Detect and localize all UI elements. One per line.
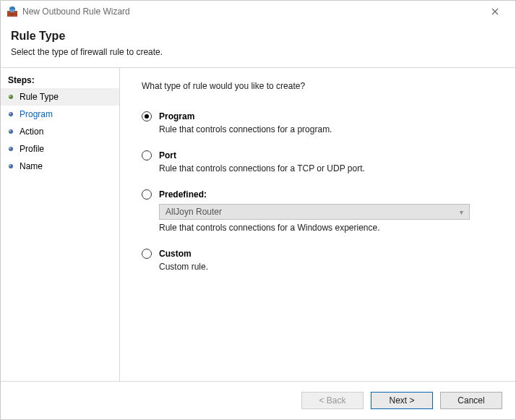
option-label: Program (159, 111, 194, 121)
svg-point-7 (9, 113, 11, 114)
bullet-icon (8, 146, 14, 152)
option-predefined[interactable]: Predefined: AllJoyn Router ▾ Rule that c… (142, 189, 494, 233)
chevron-down-icon: ▾ (460, 208, 463, 216)
option-label: Port (159, 150, 176, 160)
svg-point-8 (9, 129, 13, 134)
next-button[interactable]: Next > (371, 392, 433, 409)
option-desc: Rule that controls connections for a pro… (159, 124, 494, 134)
predefined-combo[interactable]: AllJoyn Router ▾ (159, 204, 470, 220)
option-program[interactable]: Program Rule that controls connections f… (142, 111, 494, 134)
svg-point-4 (9, 95, 13, 99)
svg-point-9 (9, 130, 11, 132)
back-button[interactable]: < Back (301, 392, 364, 409)
option-desc: Custom rule. (159, 262, 494, 272)
wizard-footer: < Back Next > Cancel (1, 381, 515, 419)
bullet-icon (8, 94, 14, 100)
firewall-icon (7, 6, 18, 17)
step-label: Name (20, 161, 43, 171)
radio-custom[interactable] (142, 249, 152, 259)
step-label: Rule Type (20, 92, 59, 102)
svg-point-5 (9, 95, 11, 97)
combo-value: AllJoyn Router (165, 207, 222, 217)
option-custom[interactable]: Custom Custom rule. (142, 249, 494, 272)
radio-port[interactable] (142, 150, 152, 160)
steps-heading: Steps: (1, 72, 119, 88)
steps-sidebar: Steps: Rule Type Program Action (1, 68, 120, 381)
page-title: Rule Type (11, 30, 505, 43)
option-port[interactable]: Port Rule that controls connections for … (142, 150, 494, 173)
page-subtitle: Select the type of firewall rule to crea… (11, 47, 505, 57)
svg-point-12 (9, 164, 13, 168)
titlebar: New Outbound Rule Wizard (1, 1, 515, 22)
svg-point-6 (9, 112, 13, 116)
step-label: Profile (20, 144, 44, 154)
step-rule-type[interactable]: Rule Type (1, 88, 119, 106)
step-label[interactable]: Program (20, 109, 53, 119)
option-label: Custom (159, 249, 192, 259)
option-desc: Rule that controls connections for a Win… (159, 223, 494, 233)
svg-point-10 (9, 147, 13, 151)
step-profile[interactable]: Profile (1, 140, 119, 158)
bullet-icon (8, 163, 14, 169)
step-label: Action (20, 127, 43, 137)
cancel-button[interactable]: Cancel (440, 392, 502, 409)
step-program[interactable]: Program (1, 106, 119, 123)
wizard-window: New Outbound Rule Wizard Rule Type Selec… (0, 0, 516, 420)
svg-point-11 (9, 147, 11, 149)
window-title: New Outbound Rule Wizard (22, 7, 130, 17)
option-label: Predefined: (159, 189, 207, 200)
prompt-text: What type of rule would you like to crea… (142, 81, 494, 91)
bullet-icon (8, 129, 14, 134)
radio-program[interactable] (142, 111, 152, 121)
step-name[interactable]: Name (1, 158, 119, 175)
close-button[interactable] (481, 1, 509, 22)
wizard-header: Rule Type Select the type of firewall ru… (1, 22, 515, 68)
option-desc: Rule that controls connections for a TCP… (159, 163, 494, 173)
step-action[interactable]: Action (1, 123, 119, 140)
radio-predefined[interactable] (142, 189, 152, 200)
bullet-icon (8, 111, 14, 117)
svg-point-13 (9, 165, 11, 166)
main-panel: What type of rule would you like to crea… (120, 68, 515, 381)
